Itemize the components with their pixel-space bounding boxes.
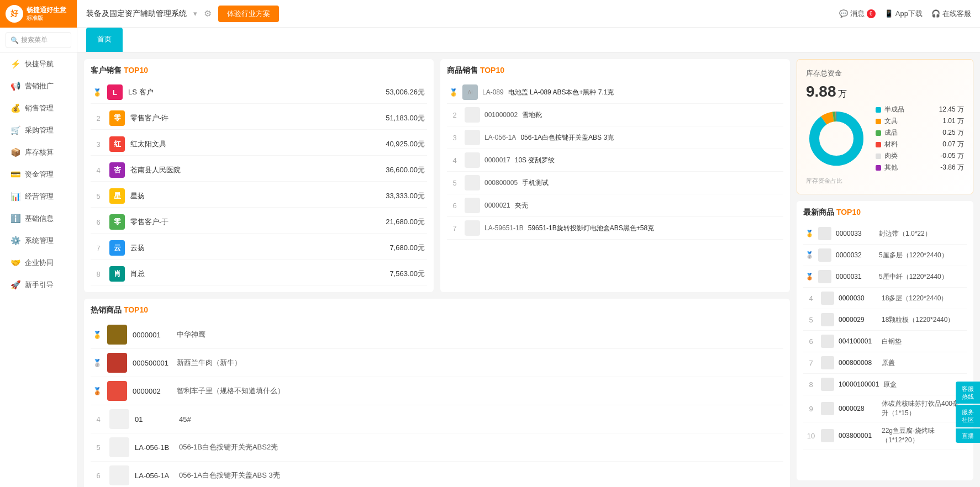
sidebar-item-finance[interactable]: 💳 资金管理 [0,163,77,186]
customer-item: 🥇 L LS 客户 53,006.26元 [91,81,427,104]
legend-item: 成品 0.25 万 [876,128,964,137]
sidebar-item-guide[interactable]: 🚀 新手引导 [0,274,77,296]
sidebar-item-sales[interactable]: 💰 销售管理 [0,97,77,119]
newest-item: 🥇 0000033 封边带（1.0*22） [803,223,967,245]
customer-amount: 7,563.00元 [389,269,425,279]
newest-products-card: 最新商品 TOP10 🥇 0000033 封边带（1.0*22） 🥈 00000… [797,201,973,480]
customer-name: 云扬 [130,243,384,253]
customer-amount: 53,006.26元 [386,87,425,97]
customer-amount: 21,680.00元 [386,217,425,227]
hot-products-title: 热销商品 TOP10 [91,305,783,315]
customer-avatar: 红 [109,136,125,152]
hot-product-item: 🥉 0000002 智利车子里（规格不知道填什么） [91,377,783,405]
rank-num: 5 [449,179,460,187]
product-image [109,409,129,429]
newest-item: 4 0000030 18多层（1220*2440） [803,288,967,309]
nav-icon-marketing: 📢 [10,81,20,91]
live-stream-button[interactable]: 直播 [956,428,980,443]
customer-avatar: 肖 [109,266,125,282]
notification-button[interactable]: 💬 消息 6 [839,9,876,19]
float-buttons: 客服热线 服务社区 直播 [956,382,980,443]
rank-num: 3 [449,134,460,142]
rank-num: 5 [93,192,104,200]
online-service-button[interactable]: 🎧 在线客服 [931,9,971,19]
rank-num: 8 [805,380,816,389]
rank-num: 5 [805,316,816,324]
customer-item: 4 杏 苍南县人民医院 36,600.00元 [91,159,427,182]
app-download-button[interactable]: 📱 App下载 [884,9,923,19]
sidebar-item-operations[interactable]: 📊 经营管理 [0,186,77,208]
product-image [109,437,129,457]
customer-avatar: 星 [109,188,125,204]
product-image [107,353,127,373]
customer-item: 3 红 红太阳文具 40,925.00元 [91,133,427,156]
newest-thumb [821,378,834,391]
rank-num: 4 [93,415,104,424]
customer-name: LS 客户 [128,87,380,97]
product-item: 5 000800005 手机测试 [447,172,783,194]
headset-icon: 🎧 [931,9,940,18]
rank-num: 2 [93,114,104,123]
sidebar-item-shortcuts[interactable]: ⚡ 快捷导航 [0,53,77,75]
sidebar-item-purchase[interactable]: 🛒 采购管理 [0,119,77,141]
product-sales-card: 商品销售 TOP10 🥇 Ai LA-089 电池盖 LA-089 ABS本色+… [440,59,790,292]
hot-product-item: 🥈 000500001 新西兰牛肉（新牛） [91,349,783,377]
right-column: 库存总资金 9.88 万 [797,59,973,480]
customer-name: 星扬 [130,191,380,201]
top-panels: 客户销售 TOP10 🥇 L LS 客户 53,006.26元 2 零 [84,59,790,292]
tab-home[interactable]: 首页 [86,28,123,52]
topbar-right: 💬 消息 6 📱 App下载 🎧 在线客服 [839,9,971,19]
sidebar-search[interactable]: 🔍 搜索菜单 [0,28,77,53]
sidebar-item-enterprise[interactable]: 🤝 企业协同 [0,252,77,274]
product-item: 🥇 Ai LA-089 电池盖 LA-089 ABS本色+黑种 7.1克 [447,81,783,104]
legend-dot [876,153,881,159]
rank-num: 4 [449,156,460,165]
legend-dot [876,107,881,113]
customer-item: 2 零 零售客户-许 51,183.00元 [91,107,427,130]
rank-num: 5 [93,443,104,452]
hot-product-item: 5 LA-056-1B 056-1B白色按键开关壳ABS2壳 [91,433,783,462]
dropdown-arrow-icon[interactable]: ▾ [193,9,197,18]
experience-button[interactable]: 体验行业方案 [218,6,279,22]
customer-amount: 7,680.00元 [389,243,425,253]
nav-icon-enterprise: 🤝 [10,258,20,268]
sidebar-item-inventory[interactable]: 📦 库存核算 [0,141,77,163]
rank-num: 3 [93,140,104,149]
inventory-unit: 万 [838,89,847,98]
content: 客户销售 TOP10 🥇 L LS 客户 53,006.26元 2 零 [77,52,980,487]
product-thumb [465,175,480,190]
sidebar-item-basic-info[interactable]: ℹ️ 基础信息 [0,208,77,230]
rank-num: 2 [449,111,460,119]
product-thumb [465,220,480,236]
customer-service-button[interactable]: 客服热线 [956,382,980,404]
service-community-button[interactable]: 服务社区 [956,405,980,427]
legend-dot [876,142,881,147]
newest-thumb [821,356,834,369]
hot-products-list: 🥇 0000001 中华神鹰 🥈 000500001 新西兰牛肉（新牛） 🥉 [91,321,783,487]
nav-icon-guide: 🚀 [10,280,20,290]
sidebar-item-marketing[interactable]: 📢 营销推广 [0,75,77,97]
customer-name: 苍南县人民医院 [130,165,380,175]
product-thumb [465,198,480,213]
rank-3-medal-icon: 🥉 [805,273,814,280]
product-image [107,325,127,345]
customer-item: 8 肖 肖总 7,563.00元 [91,263,427,285]
inventory-title: 库存总资金 [806,68,964,78]
legend-dot [876,130,881,136]
rank-num: 9 [805,405,816,413]
search-menu-button[interactable]: 🔍 搜索菜单 [6,32,71,48]
nav-icon-finance: 💳 [10,170,20,179]
customer-sales-card: 客户销售 TOP10 🥇 L LS 客户 53,006.26元 2 零 [84,59,434,292]
customer-amount: 36,600.00元 [386,165,425,175]
legend-item: 其他 -3.86 万 [876,163,964,172]
product-thumb [465,152,480,168]
legend-dot [876,165,881,171]
nav-icon-purchase: 🛒 [10,125,20,135]
product-image [107,381,127,401]
sidebar-item-system[interactable]: ⚙️ 系统管理 [0,230,77,252]
customer-avatar: 零 [109,214,125,230]
newest-thumb [821,429,834,442]
customer-avatar: 杏 [109,162,125,178]
rank-3-medal-icon: 🥉 [93,387,102,395]
settings-icon[interactable]: ⚙ [204,8,212,19]
